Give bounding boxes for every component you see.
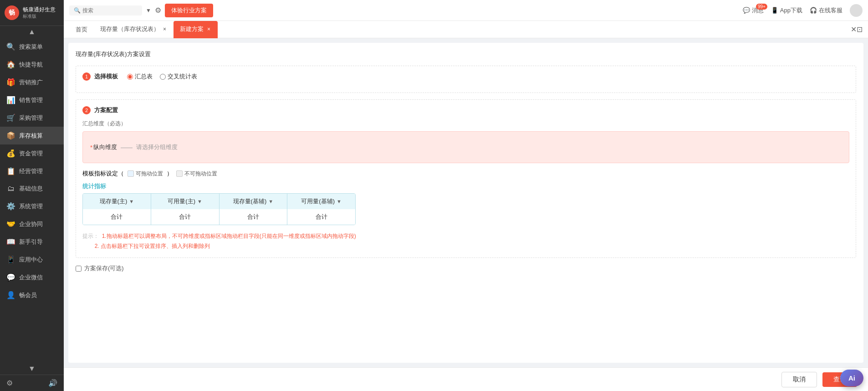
summary-dimension-label: 汇总维度（必选） bbox=[82, 120, 849, 128]
body-col-1: 合计 bbox=[83, 209, 151, 225]
sidebar-item-member[interactable]: 👤 畅会员 bbox=[0, 286, 64, 304]
save-option: 方案保存(可选) bbox=[76, 264, 856, 273]
home-icon: 🏠 bbox=[6, 60, 15, 69]
col4-dropdown-btn[interactable]: ▼ bbox=[337, 199, 342, 204]
sidebar-item-quick-nav[interactable]: 🏠 快捷导航 bbox=[0, 56, 64, 73]
sidebar-item-new-guide[interactable]: 📖 新手引导 bbox=[0, 233, 64, 251]
radio-summary-input[interactable] bbox=[127, 74, 133, 80]
box-icon: 📦 bbox=[6, 131, 15, 140]
section2-title: 方案配置 bbox=[94, 106, 118, 114]
col2-dropdown-btn[interactable]: ▼ bbox=[197, 199, 202, 204]
tab-new-scheme[interactable]: 新建方案 × bbox=[174, 21, 218, 38]
ai-fab-button[interactable]: Ai bbox=[840, 370, 863, 386]
tab-home[interactable]: 首页 bbox=[69, 26, 94, 34]
avatar bbox=[850, 4, 863, 17]
sound-btn[interactable]: 🔊 bbox=[48, 379, 57, 387]
radio-cross[interactable]: 交叉统计表 bbox=[160, 72, 197, 81]
config-section: 汇总维度（必选） * 纵向维度 —— 请选择分组维度 模板指标设定（ bbox=[82, 120, 849, 251]
panel-close-btn[interactable]: ✕ bbox=[851, 25, 857, 34]
online-service-btn[interactable]: 🎧 在线客服 bbox=[810, 6, 842, 15]
stats-table: 现存量(主) ▼ 可用量(主) ▼ 现存量(基辅) ▼ bbox=[82, 193, 356, 225]
body-col-3: 合计 bbox=[220, 209, 288, 225]
folder-icon: 🗂 bbox=[6, 185, 15, 193]
cancel-button[interactable]: 取消 bbox=[781, 372, 817, 387]
stats-col-3: 现存量(基辅) ▼ bbox=[220, 194, 288, 209]
content-panel: 现存量(库存状况表)方案设置 1 选择模板 汇总表 交叉统计表 bbox=[68, 43, 863, 363]
col3-dropdown-btn[interactable]: ▼ bbox=[268, 199, 273, 204]
tips-line2: 2. 点击标题栏下拉可设置排序、插入列和删除列 bbox=[82, 242, 849, 252]
sidebar-nav: 🔍 搜索菜单 🏠 快捷导航 🎁 营销推广 📊 销售管理 🛒 采购管理 📦 库存核… bbox=[0, 38, 64, 363]
sidebar-item-marketing[interactable]: 🎁 营销推广 bbox=[0, 73, 64, 91]
sidebar-item-corp-wechat[interactable]: 💬 企业微信 bbox=[0, 268, 64, 286]
search-dropdown-btn[interactable]: ▼ bbox=[146, 7, 151, 14]
dimension-dash: —— bbox=[121, 144, 133, 151]
app-download-btn[interactable]: 📱 App下载 bbox=[771, 6, 802, 15]
sidebar-item-finance[interactable]: 💰 资金管理 bbox=[0, 144, 64, 162]
message-btn[interactable]: 💬 消息 99+ bbox=[743, 6, 764, 15]
section-config: 2 方案配置 汇总维度（必选） * 纵向维度 —— 请选择分组维度 bbox=[76, 99, 856, 258]
bottom-bar: 取消 查询 bbox=[64, 367, 868, 391]
cart-icon: 🛒 bbox=[6, 113, 15, 122]
tabs-bar: 首页 现存量（库存状况表） × 新建方案 × ✕ ⊡ bbox=[64, 21, 868, 38]
section1-num: 1 bbox=[82, 72, 91, 81]
sidebar-bottom: ⚙ 🔊 bbox=[0, 375, 64, 391]
gift-icon: 🎁 bbox=[6, 78, 15, 87]
radio-summary[interactable]: 汇总表 bbox=[127, 72, 153, 81]
sidebar-item-sales[interactable]: 📊 销售管理 bbox=[0, 91, 64, 109]
sidebar-item-system[interactable]: ⚙️ 系统管理 bbox=[0, 197, 64, 215]
draggable-toggle: 可拖动位置 bbox=[128, 170, 163, 178]
template-radio-group: 汇总表 交叉统计表 bbox=[127, 72, 197, 81]
experience-btn[interactable]: 体验行业方案 bbox=[165, 4, 213, 17]
search-bar[interactable]: 🔍 bbox=[69, 5, 142, 15]
mobile-icon: 📱 bbox=[6, 255, 15, 264]
chat-icon: 💬 bbox=[6, 273, 15, 282]
message-badge: 99+ bbox=[756, 4, 767, 10]
settings-bottom-btn[interactable]: ⚙ bbox=[6, 379, 13, 387]
search-icon-top: 🔍 bbox=[74, 7, 81, 14]
topbar-settings-btn[interactable]: ⚙ bbox=[155, 6, 161, 15]
sidebar-scroll-up[interactable]: ▲ bbox=[0, 26, 64, 38]
dimension-area[interactable]: * 纵向维度 —— 请选择分组维度 bbox=[82, 131, 849, 163]
tips-line1: 提示： 1.拖动标题栏可以调整布局，不可跨维度或指标区域拖动栏目字段(只能在同一… bbox=[82, 232, 849, 242]
stats-col-4: 可用量(基辅) ▼ bbox=[287, 194, 355, 209]
stats-table-header: 现存量(主) ▼ 可用量(主) ▼ 现存量(基辅) ▼ bbox=[83, 194, 355, 209]
tab-inventory[interactable]: 现存量（库存状况表） × bbox=[94, 21, 174, 38]
sidebar-item-inventory[interactable]: 📦 库存核算 bbox=[0, 127, 64, 144]
non-draggable-toggle: 不可拖动位置 bbox=[176, 170, 217, 178]
section1-header: 1 选择模板 汇总表 交叉统计表 bbox=[82, 72, 849, 81]
sidebar-item-search-menu[interactable]: 🔍 搜索菜单 bbox=[0, 38, 64, 56]
sidebar-item-app-center[interactable]: 📱 应用中心 bbox=[0, 251, 64, 268]
col1-dropdown-btn[interactable]: ▼ bbox=[129, 199, 134, 204]
tab1-close-btn[interactable]: × bbox=[162, 26, 167, 32]
tips-area: 提示： 1.拖动标题栏可以调整布局，不可跨维度或指标区域拖动栏目字段(只能在同一… bbox=[82, 232, 849, 251]
radio-cross-input[interactable] bbox=[160, 74, 166, 80]
handshake-icon: 🤝 bbox=[6, 220, 15, 228]
save-checkbox[interactable] bbox=[76, 266, 82, 272]
panel-expand-btn[interactable]: ⊡ bbox=[857, 25, 863, 34]
section1-title: 选择模板 bbox=[94, 72, 118, 81]
money-icon: 💰 bbox=[6, 149, 15, 158]
indicator-label: 模板指标设定（ bbox=[82, 170, 124, 178]
main-container: 🔍 ▼ ⚙ 体验行业方案 💬 消息 99+ 📱 App下载 🎧 在线客服 首 bbox=[64, 0, 868, 391]
draggable-box bbox=[128, 170, 134, 177]
section2-header: 2 方案配置 bbox=[82, 106, 849, 114]
content-area: 现存量(库存状况表)方案设置 1 选择模板 汇总表 交叉统计表 bbox=[64, 38, 868, 367]
sidebar-item-base-info[interactable]: 🗂 基础信息 bbox=[0, 180, 64, 197]
dimension-label: 纵向维度 bbox=[93, 143, 117, 151]
sidebar-scroll-down[interactable]: ▼ bbox=[0, 363, 64, 375]
search-input[interactable] bbox=[82, 7, 128, 14]
message-icon: 💬 bbox=[743, 7, 750, 14]
download-icon: 📱 bbox=[771, 7, 778, 14]
stats-col-2: 可用量(主) ▼ bbox=[151, 194, 220, 209]
sidebar: 畅 畅康通好生意 标准版 ▲ 🔍 搜索菜单 🏠 快捷导航 🎁 营销推广 📊 销售… bbox=[0, 0, 64, 391]
logo-icon: 畅 bbox=[5, 5, 19, 20]
sidebar-logo: 畅 畅康通好生意 标准版 bbox=[0, 0, 64, 26]
stats-table-body: 合计 合计 合计 合计 bbox=[83, 209, 355, 225]
sidebar-item-purchase[interactable]: 🛒 采购管理 bbox=[0, 109, 64, 127]
page-title: 现存量(库存状况表)方案设置 bbox=[76, 50, 856, 58]
sidebar-item-corp-collab[interactable]: 🤝 企业协同 bbox=[0, 215, 64, 233]
body-col-2: 合计 bbox=[151, 209, 220, 225]
tab2-close-btn[interactable]: × bbox=[206, 26, 211, 32]
sidebar-item-operations[interactable]: 📋 经营管理 bbox=[0, 162, 64, 180]
stats-col-1: 现存量(主) ▼ bbox=[83, 194, 151, 209]
